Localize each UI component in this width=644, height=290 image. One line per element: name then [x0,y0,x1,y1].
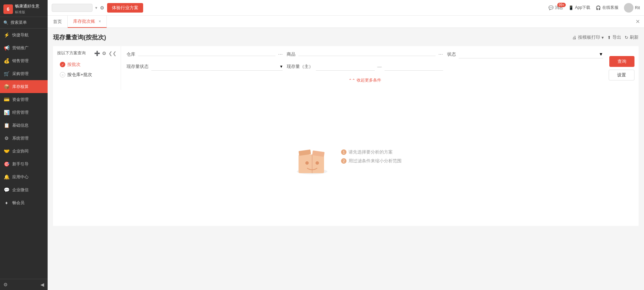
sidebar-item-企业微信[interactable]: 💬 企业微信 [0,183,48,196]
page-actions: 🖨 按模板打印 ▾ ⬆ 导出 ↻ 刷新 [572,34,639,40]
warehouse-filter: 仓库 ··· [126,51,283,57]
print-dropdown-arrow[interactable]: ▾ [601,35,604,40]
tab-inventory-batch[interactable]: 库存批次账 × [68,16,107,28]
topbar-dropdown-arrow[interactable]: ▾ [95,5,97,10]
inventory-status-select[interactable]: ▾ [151,62,283,71]
collapse-icon: ⌃⌃ [349,78,355,83]
sidebar-item-label: 企业微信 [12,187,29,193]
message-icon: 💬 [548,5,554,10]
user-avatar-btn[interactable]: Rit [624,3,640,13]
headset-icon: 🎧 [596,5,601,10]
topbar-left: ▾ ⚙ 体验行业方案 [52,3,546,13]
logo-icon: 6 [3,4,13,14]
refresh-btn[interactable]: ↻ 刷新 [625,34,639,40]
export-btn[interactable]: ⬆ 导出 [607,34,621,40]
filter-row-2: 现存量状态 ▾ 现存量（主） — [126,62,603,71]
warehouse-more-btn[interactable]: ··· [278,51,283,57]
add-scheme-btn[interactable]: ➕ [94,51,100,56]
settings-btn[interactable]: 设置 [609,70,634,80]
sidebar-item-畅会员[interactable]: ♦ 畅会员 [0,196,48,209]
collapse-sidebar-btn[interactable]: ◀ [40,282,44,287]
sidebar-icon: 📋 [3,122,10,128]
sidebar-icon: 🔔 [3,174,10,180]
scheme-active-indicator: ✓ [60,62,65,67]
topbar-gear-icon[interactable]: ⚙ [100,5,104,11]
collapse-scheme-btn[interactable]: ❮❮ [108,51,117,56]
scheme-inactive-indicator: ○ [60,72,65,77]
sidebar-icon: 💬 [3,187,10,193]
phone-icon: 📱 [569,5,574,10]
sidebar-item-快捷导航[interactable]: ⚡ 快捷导航 [0,29,48,41]
sidebar-item-应用中心[interactable]: 🔔 应用中心 [0,170,48,183]
svg-rect-1 [299,155,324,173]
message-badge: 99+ [557,3,566,7]
inventory-amount-to[interactable] [385,62,443,71]
app-download-btn[interactable]: 📱 App下载 [569,5,590,11]
warehouse-input[interactable] [138,53,275,56]
sidebar-icon: 🛒 [3,71,10,77]
filter-and-results: 按以下方案查询 ➕ ⚙ ❮❮ ✓ 按批次 ○ [53,46,639,226]
scheme-item-batch[interactable]: ✓ 按批次 [57,59,117,70]
results-area: 1 请先选择要分析的方案 2 用过滤条件来缩小分析范围 [53,90,639,226]
empty-step1: 1 请先选择要分析的方案 [341,149,402,155]
status-select[interactable]: ▼ [459,50,603,58]
logo-text: 畅康通好生意 标准版 [15,3,39,15]
message-btn[interactable]: 💬 消息 99+ [548,5,563,11]
empty-text: 1 请先选择要分析的方案 2 用过滤条件来缩小分析范围 [341,149,402,167]
sidebar-icon: ⚙ [3,135,10,141]
print-btn[interactable]: 🖨 按模板打印 ▾ [572,34,604,40]
sidebar-item-库存核算[interactable]: 📦 库存核算 [0,80,48,93]
sidebar-item-label: 企业协同 [12,148,29,154]
empty-state: 1 请先选择要分析的方案 2 用过滤条件来缩小分析范围 [53,115,639,200]
product-input[interactable] [298,53,436,56]
sidebar-item-label: 应用中心 [12,174,29,180]
sidebar-item-系统管理[interactable]: ⚙ 系统管理 [0,132,48,145]
sidebar-item-经营管理[interactable]: 📊 经营管理 [0,106,48,119]
scheme-item-warehouse-batch[interactable]: ○ 按仓库+批次 [57,70,117,80]
export-icon: ⬆ [607,35,611,40]
scheme-actions: ➕ ⚙ ❮❮ [94,51,117,56]
page-title: 现存量查询(按批次) [53,33,106,41]
sidebar-icon: ♦ [3,200,10,206]
sidebar-item-label: 经营管理 [12,110,29,115]
status-filter: 状态 ▼ [447,50,603,58]
sidebar-icon: 📊 [3,109,10,115]
tab-home[interactable]: 首页 [48,16,68,28]
scheme-settings-btn[interactable]: ⚙ [102,51,106,56]
empty-step2: 2 用过滤条件来缩小分析范围 [341,158,402,164]
inventory-amount-from[interactable] [316,62,374,71]
sidebar-nav: ⚡ 快捷导航📢 营销推广💰 销售管理🛒 采购管理📦 库存核算💳 资金管理📊 经营… [0,29,48,279]
sidebar-item-资金管理[interactable]: 💳 资金管理 [0,93,48,106]
topbar-search-input[interactable] [52,4,92,12]
scheme-header: 按以下方案查询 ➕ ⚙ ❮❮ [57,50,117,56]
sidebar-footer: ⚙ ◀ [0,279,48,290]
empty-svg [290,136,334,180]
inventory-status-filter: 现存量状态 ▾ [126,62,283,71]
empty-icon [290,136,334,180]
sidebar-icon: 📦 [3,84,10,90]
sidebar-item-新手引导[interactable]: 🎯 新手引导 [0,158,48,170]
settings-footer-btn[interactable]: ⚙ [3,282,8,287]
sidebar-item-label: 采购管理 [12,71,29,77]
sidebar-item-采购管理[interactable]: 🛒 采购管理 [0,67,48,80]
product-more-btn[interactable]: ··· [438,51,443,57]
sidebar-item-label: 新手引导 [12,161,29,167]
sidebar-icon: 💰 [3,58,10,64]
sidebar: 6 畅康通好生意 标准版 🔍 搜索菜单 ⚡ 快捷导航📢 营销推广💰 销售管理🛒 … [0,0,48,290]
sidebar-icon: ⚡ [3,32,10,38]
sidebar-item-企业协同[interactable]: 🤝 企业协同 [0,145,48,158]
filter-right-area: 仓库 ··· 商品 ··· 状态 [121,46,639,90]
tab-close-btn[interactable]: × [99,19,101,24]
sidebar-item-label: 基础信息 [12,123,29,128]
experience-btn[interactable]: 体验行业方案 [107,3,143,13]
sidebar-item-销售管理[interactable]: 💰 销售管理 [0,54,48,67]
sidebar-item-营销推广[interactable]: 📢 营销推广 [0,41,48,54]
panel-close-btn[interactable]: ✕ [631,18,644,25]
query-btn[interactable]: 查询 [609,56,634,67]
sidebar-item-基础信息[interactable]: 📋 基础信息 [0,119,48,132]
sidebar-icon: 💳 [3,96,10,103]
sidebar-search[interactable]: 🔍 搜索菜单 [0,17,48,29]
online-service-btn[interactable]: 🎧 在线客服 [596,5,618,11]
sidebar-item-label: 畅会员 [12,200,24,206]
collapse-more-btn[interactable]: ⌃⌃ 收起更多条件 [126,75,603,86]
